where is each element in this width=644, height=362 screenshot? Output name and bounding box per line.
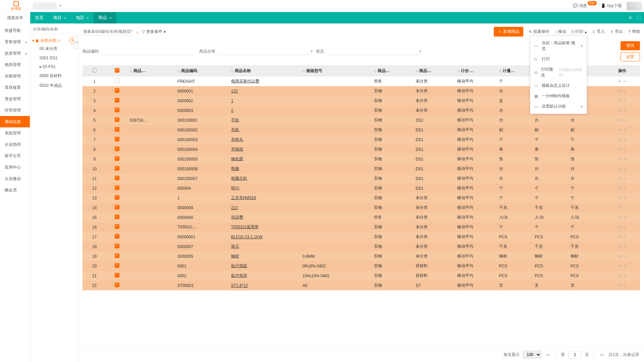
- edit-icon[interactable]: ✎: [618, 99, 622, 103]
- cell-name[interactable]: 1: [229, 96, 301, 106]
- table-row[interactable]: 1700000001BLD10-23-1.1KW实物未分类移动平均PCSPCSP…: [83, 232, 640, 242]
- table-row[interactable]: 8000100004充电线实物DS1移动平均条条条✎⌗: [83, 144, 640, 154]
- more-icon[interactable]: ⌗: [624, 235, 626, 239]
- more-icon[interactable]: ⌗: [624, 254, 626, 259]
- more-icon[interactable]: ⌗: [624, 283, 626, 288]
- tree-node[interactable]: 0009 原材料: [32, 71, 76, 81]
- table-row[interactable]: 210002贴片电容104±10% 0402实物原材料移动平均PCSPCSPCS…: [83, 271, 640, 281]
- cell-name[interactable]: 电脑: [229, 164, 301, 174]
- cell-name[interactable]: 90小: [229, 183, 301, 193]
- sidebar-item-基础信息[interactable]: 基础信息: [0, 116, 30, 127]
- row-checkbox[interactable]: [106, 125, 128, 135]
- more-icon[interactable]: ⌗: [624, 99, 626, 103]
- settings-button[interactable]: 设置: [621, 52, 640, 61]
- search-icon[interactable]: ⌕: [136, 29, 139, 34]
- fullscreen-icon[interactable]: ⛶: [637, 15, 641, 20]
- more-icon[interactable]: ⌗: [624, 118, 626, 123]
- close-icon[interactable]: ×: [109, 15, 112, 20]
- more-icon[interactable]: ⌗: [624, 244, 626, 249]
- edit-icon[interactable]: ✎: [618, 205, 622, 210]
- close-icon[interactable]: ×: [64, 15, 66, 20]
- row-checkbox[interactable]: [106, 164, 128, 174]
- cell-name[interactable]: BLD10-23-1.1KW: [229, 232, 301, 242]
- dropdown-item[interactable]: ▦一分钟制作模板: [530, 91, 587, 101]
- page-size-select[interactable]: 100: [523, 351, 541, 359]
- row-checkbox[interactable]: [106, 76, 128, 86]
- col-settings[interactable]: [83, 65, 106, 76]
- edit-icon[interactable]: ✎: [618, 225, 622, 230]
- edit-icon[interactable]: ✎: [618, 244, 622, 249]
- dropdown-item[interactable]: ▭模板自定义设计: [530, 80, 587, 91]
- table-row[interactable]: 200001贴片电阻0R±5% 0402实物原材料移动平均PCSPCSPCS✎⌗: [83, 261, 640, 271]
- more-icon[interactable]: ⌗: [624, 89, 626, 94]
- col-select-all[interactable]: [106, 65, 128, 76]
- first-page-button[interactable]: ⏮: [545, 352, 551, 357]
- cell-name[interactable]: 充电线: [229, 144, 301, 154]
- more-icon[interactable]: ⌗: [624, 215, 626, 220]
- more-icon[interactable]: ⌗: [624, 137, 626, 142]
- row-checkbox[interactable]: [106, 174, 128, 183]
- edit-icon[interactable]: ✎: [618, 283, 622, 288]
- cell-name[interactable]: 贴片电容: [229, 271, 301, 281]
- edit-icon[interactable]: ✎: [618, 186, 622, 191]
- sidebar-item-经营管理[interactable]: 经营管理: [0, 105, 30, 116]
- row-checkbox[interactable]: [106, 154, 128, 164]
- row-checkbox[interactable]: [106, 96, 128, 106]
- table-row[interactable]: 11000100007电脑主机实物DS1移动平均台台台✎⌗: [83, 174, 640, 183]
- row-checkbox[interactable]: [106, 261, 128, 271]
- table-row[interactable]: 16T0301白…T0301白面黑带实物未分类移动平均个个个✎⌗: [83, 222, 640, 232]
- cell-name[interactable]: 钢化膜: [229, 154, 301, 164]
- edit-icon[interactable]: ✎: [618, 167, 622, 171]
- sidebar-item-系统管理[interactable]: 系统管理: [0, 127, 30, 139]
- more-icon[interactable]: ⌗: [624, 186, 626, 191]
- filter-category-select[interactable]: ▾: [219, 48, 313, 55]
- edit-icon[interactable]: ✎: [618, 157, 622, 162]
- sidebar-item-零售管理[interactable]: 零售管理▸: [0, 36, 30, 48]
- more-icon[interactable]: ⌗: [624, 274, 626, 278]
- cell-name[interactable]: 耳机: [229, 125, 301, 135]
- sidebar-item-库存核算[interactable]: 库存核算: [0, 82, 30, 93]
- col-code[interactable]: ◇商品编码: [175, 65, 229, 76]
- dropdown-item[interactable]: ◎打印预览(可编辑当前模板): [530, 64, 587, 80]
- row-checkbox[interactable]: [106, 115, 128, 125]
- col-attr[interactable]: ◇商品…: [372, 65, 414, 76]
- row-checkbox[interactable]: [106, 271, 128, 281]
- next-page-button[interactable]: ›: [592, 352, 596, 357]
- cell-name[interactable]: T0301白面黑带: [229, 222, 301, 232]
- tab-商品[interactable]: 商品×: [94, 12, 116, 23]
- row-checkbox[interactable]: [106, 222, 128, 232]
- tree-node[interactable]: 00 未分类: [32, 44, 76, 54]
- row-checkbox[interactable]: [106, 106, 128, 115]
- print-dropdown-button[interactable]: ⎙ 打印 ▴: [572, 29, 587, 35]
- row-checkbox[interactable]: [106, 232, 128, 242]
- col-spec[interactable]: ◇规格型号: [301, 65, 372, 76]
- more-icon[interactable]: ⌗: [624, 196, 626, 200]
- edit-icon[interactable]: ✎: [618, 89, 622, 94]
- cell-name[interactable]: 贴片电阻: [229, 261, 301, 271]
- row-checkbox[interactable]: [106, 242, 128, 251]
- export-button[interactable]: ⇧ 导出: [610, 29, 623, 35]
- edit-icon[interactable]: ✎: [618, 137, 622, 142]
- edit-icon[interactable]: ✎: [618, 118, 622, 123]
- sidebar-item-电商管理[interactable]: 电商管理: [0, 59, 30, 70]
- dropdown-item[interactable]: ▭设置默认功能▾: [530, 101, 587, 112]
- tree-node[interactable]: 0010 半成品: [32, 81, 76, 90]
- cell-name[interactable]: ST1.6*12: [229, 281, 301, 290]
- cell-name[interactable]: 工具车HM318: [229, 193, 301, 203]
- table-row[interactable]: 131工具车HM318实物未分类移动平均个个个✎⌗: [83, 193, 640, 203]
- cell-name[interactable]: 电脑主机: [229, 174, 301, 183]
- cell-name[interactable]: 培训费: [229, 213, 301, 222]
- edit-icon[interactable]: ✎: [618, 128, 622, 132]
- edit-icon[interactable]: ✎: [618, 79, 622, 84]
- edit-icon[interactable]: ✎: [618, 254, 622, 259]
- more-icon[interactable]: ⌗: [624, 128, 626, 132]
- row-checkbox[interactable]: [106, 213, 128, 222]
- edit-icon[interactable]: ✎: [618, 176, 622, 181]
- tree-play-icon[interactable]: ▷: [58, 38, 61, 43]
- row-checkbox[interactable]: [106, 135, 128, 144]
- cell-name[interactable]: 钢材: [229, 251, 301, 261]
- edit-icon[interactable]: ✎: [618, 108, 622, 113]
- table-row[interactable]: 140000004222实物未分类移动平均千克千克千克✎⌗: [83, 203, 640, 213]
- cell-name[interactable]: 2: [229, 106, 301, 115]
- table-row[interactable]: 190000005钢材0.8MM实物未分类移动平均钢材钢材钢材✎⌗: [83, 251, 640, 261]
